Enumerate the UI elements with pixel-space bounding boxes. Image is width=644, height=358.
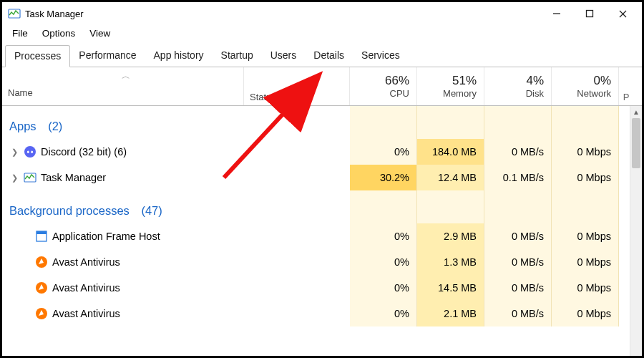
- cell-network: 0 Mbps: [552, 139, 619, 165]
- scroll-up-icon[interactable]: ▲: [630, 106, 642, 118]
- menu-view[interactable]: View: [84, 26, 116, 40]
- column-network-label: Network: [577, 88, 611, 99]
- cell-disk: 0 MB/s: [484, 249, 552, 275]
- cell-memory: 2.9 MB: [417, 223, 484, 249]
- column-cpu-pct: 66%: [385, 74, 409, 88]
- window-controls: [540, 3, 639, 24]
- group-apps[interactable]: Apps (2): [2, 106, 642, 139]
- cell-disk: 0.1 MB/s: [484, 165, 552, 190]
- column-cpu[interactable]: 66% CPU: [350, 67, 417, 105]
- tab-app-history[interactable]: App history: [145, 45, 213, 67]
- process-name: Avast Antivirus: [52, 256, 120, 268]
- svg-point-5: [24, 146, 36, 158]
- cell-cpu: 0%: [350, 301, 417, 326]
- column-status-label: Status: [250, 92, 276, 102]
- cell-network: 0 Mbps: [552, 275, 619, 301]
- column-disk[interactable]: 4% Disk: [484, 67, 552, 105]
- tab-bar: Processes Performance App history Startu…: [2, 44, 642, 67]
- tab-startup[interactable]: Startup: [213, 45, 262, 67]
- cell-cpu: 0%: [350, 139, 417, 165]
- window-title: Task Manager: [25, 9, 84, 19]
- cell-cpu: 0%: [350, 275, 417, 301]
- cell-cpu: 0%: [350, 223, 417, 249]
- app-frame-icon: [35, 230, 48, 243]
- taskmgr-icon: [24, 171, 36, 184]
- svg-rect-2: [587, 11, 593, 17]
- cell-memory: 1.3 MB: [417, 249, 484, 275]
- avast-icon: [35, 256, 48, 268]
- cell-network: 0 Mbps: [552, 223, 619, 249]
- column-network-pct: 0%: [593, 74, 611, 88]
- maximize-button[interactable]: [573, 3, 606, 24]
- task-manager-window: Task Manager File Options View Processes…: [0, 0, 644, 358]
- process-list: Apps (2) ❯ Discord (32 bit) (6) 0% 184.0…: [2, 106, 642, 356]
- column-header-row: ︿ Name Status 66% CPU 51% Memory 4% Disk…: [2, 67, 642, 106]
- process-row[interactable]: Application Frame Host 0% 2.9 MB 0 MB/s …: [2, 223, 642, 249]
- minimize-button[interactable]: [540, 3, 573, 24]
- process-row[interactable]: Avast Antivirus 0% 14.5 MB 0 MB/s 0 Mbps: [2, 275, 642, 301]
- column-name[interactable]: ︿ Name: [2, 67, 244, 105]
- column-disk-pct: 4%: [526, 74, 544, 88]
- column-name-label: Name: [8, 87, 243, 101]
- cell-cpu: 30.2%: [350, 165, 417, 190]
- column-disk-label: Disk: [526, 88, 544, 99]
- process-name: Discord (32 bit) (6): [41, 146, 127, 158]
- group-background[interactable]: Background processes (47): [2, 190, 642, 223]
- column-edge-label: P: [623, 92, 630, 102]
- process-name: Avast Antivirus: [52, 282, 120, 294]
- cell-cpu: 0%: [350, 249, 417, 275]
- group-bg-count: (47): [141, 204, 162, 218]
- cell-memory: 14.5 MB: [417, 275, 484, 301]
- chevron-right-icon[interactable]: ❯: [9, 147, 19, 157]
- group-bg-label: Background processes: [9, 204, 130, 218]
- sort-indicator-icon: ︿: [8, 67, 243, 82]
- column-edge[interactable]: P: [619, 67, 633, 105]
- column-memory-pct: 51%: [452, 74, 477, 88]
- tab-users[interactable]: Users: [262, 45, 306, 67]
- chevron-right-icon[interactable]: ❯: [9, 173, 19, 183]
- cell-network: 0 Mbps: [552, 165, 619, 190]
- cell-network: 0 Mbps: [552, 301, 619, 326]
- tab-details[interactable]: Details: [305, 45, 353, 67]
- avast-icon: [35, 307, 48, 320]
- avast-icon: [35, 281, 48, 294]
- titlebar: Task Manager: [2, 2, 642, 25]
- tab-performance[interactable]: Performance: [70, 45, 145, 67]
- menu-file[interactable]: File: [6, 26, 34, 40]
- column-memory[interactable]: 51% Memory: [417, 67, 484, 105]
- cell-disk: 0 MB/s: [484, 275, 552, 301]
- cell-disk: 0 MB/s: [484, 301, 552, 326]
- discord-icon: [24, 145, 36, 158]
- cell-memory: 184.0 MB: [417, 139, 484, 165]
- cell-memory: 2.1 MB: [417, 301, 484, 326]
- scrollbar-thumb[interactable]: [632, 118, 640, 168]
- vertical-scrollbar[interactable]: ▲: [630, 106, 642, 356]
- cell-disk: 0 MB/s: [484, 139, 552, 165]
- process-row[interactable]: ❯ Task Manager 30.2% 12.4 MB 0.1 MB/s 0 …: [2, 165, 642, 190]
- process-name: Application Frame Host: [52, 231, 160, 242]
- tab-services[interactable]: Services: [353, 45, 409, 67]
- cell-disk: 0 MB/s: [484, 223, 552, 249]
- column-cpu-label: CPU: [390, 88, 409, 99]
- process-row[interactable]: Avast Antivirus 0% 1.3 MB 0 MB/s 0 Mbps: [2, 249, 642, 275]
- svg-point-6: [27, 151, 29, 153]
- tab-processes[interactable]: Processes: [5, 45, 70, 67]
- column-status[interactable]: Status: [244, 67, 350, 105]
- column-memory-label: Memory: [443, 88, 477, 99]
- svg-rect-10: [36, 231, 47, 234]
- process-row[interactable]: ❯ Discord (32 bit) (6) 0% 184.0 MB 0 MB/…: [2, 139, 642, 165]
- group-apps-label: Apps: [9, 120, 36, 133]
- svg-point-7: [31, 151, 33, 153]
- process-name: Avast Antivirus: [52, 308, 120, 319]
- menubar: File Options View: [2, 25, 642, 44]
- process-row[interactable]: Avast Antivirus 0% 2.1 MB 0 MB/s 0 Mbps: [2, 301, 642, 326]
- cell-memory: 12.4 MB: [417, 165, 484, 190]
- taskmgr-icon: [8, 7, 21, 20]
- menu-options[interactable]: Options: [36, 26, 82, 40]
- column-network[interactable]: 0% Network: [552, 67, 619, 105]
- process-name: Task Manager: [41, 172, 106, 183]
- cell-network: 0 Mbps: [552, 249, 619, 275]
- group-apps-count: (2): [48, 120, 62, 133]
- close-button[interactable]: [606, 3, 639, 24]
